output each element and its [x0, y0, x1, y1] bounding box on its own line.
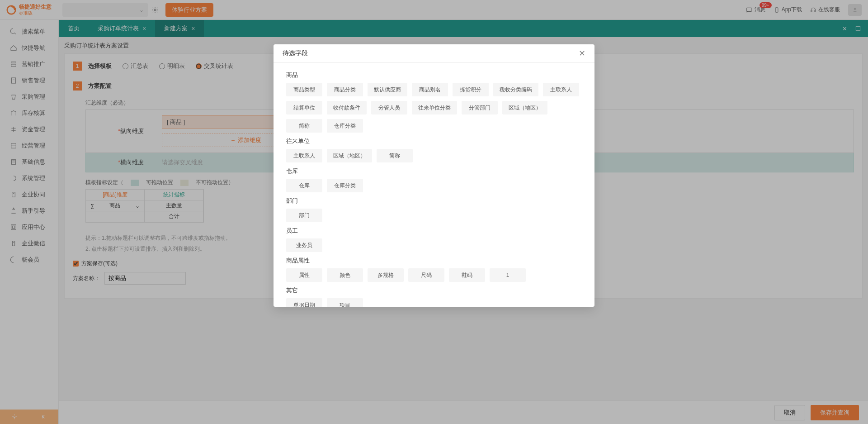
field-tag[interactable]: 简称 — [286, 119, 322, 133]
field-tag[interactable]: 主联系人 — [543, 83, 579, 96]
field-tag[interactable]: 仓库 — [286, 179, 322, 192]
field-tag[interactable]: 商品类型 — [286, 83, 322, 96]
field-tag[interactable]: 简称 — [377, 149, 413, 162]
field-tag[interactable]: 仓库分类 — [327, 119, 363, 133]
field-group-label: 商品属性 — [286, 257, 585, 265]
field-tag[interactable]: 结算单位 — [286, 101, 322, 114]
field-tag[interactable]: 多规格 — [368, 268, 404, 282]
field-group-label: 商品 — [286, 71, 585, 79]
field-tag[interactable]: 往来单位分类 — [412, 101, 457, 114]
field-tag[interactable]: 收付款条件 — [327, 101, 367, 114]
field-tag[interactable]: 主联系人 — [286, 149, 322, 162]
field-tag[interactable]: 区域（地区） — [327, 149, 372, 162]
field-group-label: 员工 — [286, 227, 585, 235]
field-tag[interactable]: 仓库分类 — [327, 179, 363, 192]
field-tag[interactable]: 项目 — [327, 298, 363, 307]
field-group-5: 商品属性属性颜色多规格尺码鞋码1 — [286, 257, 585, 282]
field-group-1: 往来单位主联系人区域（地区）简称 — [286, 137, 585, 162]
field-tag[interactable]: 尺码 — [408, 268, 444, 282]
field-tag[interactable]: 分管人员 — [371, 101, 407, 114]
field-group-4: 员工业务员 — [286, 227, 585, 252]
field-tag[interactable]: 业务员 — [286, 238, 322, 252]
field-tag[interactable]: 属性 — [286, 268, 322, 282]
field-tag[interactable]: 税收分类编码 — [493, 83, 538, 96]
field-tag[interactable]: 颜色 — [327, 268, 363, 282]
field-tag[interactable]: 商品分类 — [327, 83, 363, 96]
field-group-2: 仓库仓库仓库分类 — [286, 167, 585, 192]
modal-close-button[interactable]: ✕ — [579, 48, 585, 58]
field-group-label: 部门 — [286, 197, 585, 205]
field-tag[interactable]: 区域（地区） — [502, 101, 547, 114]
field-group-6: 其它单据日期项目 — [286, 286, 585, 307]
modal-title: 待选字段 — [283, 49, 308, 57]
field-tag[interactable]: 部门 — [286, 209, 322, 222]
field-tag[interactable]: 商品别名 — [412, 83, 448, 96]
field-tag[interactable]: 默认供应商 — [368, 83, 407, 96]
field-group-label: 仓库 — [286, 167, 585, 175]
field-group-0: 商品商品类型商品分类默认供应商商品别名拣货积分税收分类编码主联系人结算单位收付款… — [286, 71, 585, 133]
field-tag[interactable]: 拣货积分 — [453, 83, 489, 96]
field-tag[interactable]: 分管部门 — [462, 101, 498, 114]
field-group-3: 部门部门 — [286, 197, 585, 222]
field-group-label: 往来单位 — [286, 137, 585, 145]
field-picker-modal: 待选字段 ✕ 商品商品类型商品分类默认供应商商品别名拣货积分税收分类编码主联系人… — [274, 44, 594, 307]
field-tag[interactable]: 鞋码 — [449, 268, 485, 282]
field-group-label: 其它 — [286, 286, 585, 295]
field-tag[interactable]: 单据日期 — [286, 298, 322, 307]
field-tag[interactable]: 1 — [490, 268, 526, 282]
